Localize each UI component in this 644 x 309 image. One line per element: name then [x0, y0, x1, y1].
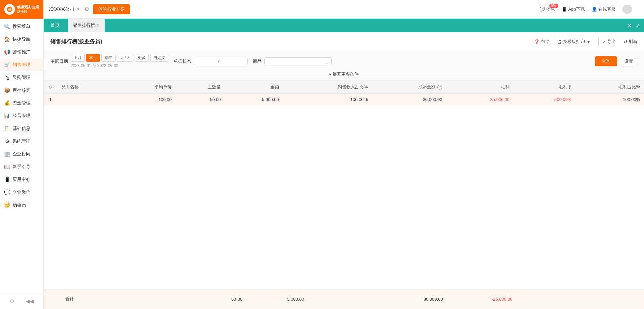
date-btn-this-month[interactable]: 本月 — [86, 54, 100, 62]
col-gross-pct: 毛利占比% — [576, 81, 644, 94]
page-header: 销售排行榜(按业务员) ❓ 帮助 🖨 按模板打印 ▼ ↗ 导出 — [44, 32, 644, 50]
company-selector[interactable]: XXXXX公司 ▼ — [49, 6, 80, 12]
footer-row: 合计 50.00 5,000.00 30,000.00 -25,000.00 — [48, 293, 640, 306]
main-area: XXXXX公司 ▼ ⚙ 体验行业方案 💬 消息 99+ 📱 App下载 👤 在线… — [44, 0, 644, 309]
date-btn-last-month[interactable]: 上月 — [71, 54, 85, 62]
topbar-right: 💬 消息 99+ 📱 App下载 👤 在线客服 — [540, 5, 639, 14]
cell-index: 1 — [44, 94, 57, 106]
sidebar-item-quick-nav[interactable]: 🏠 快捷导航 — [0, 33, 43, 46]
app-name: 畅康通好生意 标准版 — [17, 5, 39, 14]
service-icon: 👤 — [592, 7, 597, 12]
app-download-btn[interactable]: 📱 App下载 — [562, 6, 585, 12]
help-icon: ❓ — [534, 39, 540, 44]
online-service-btn[interactable]: 👤 在线客服 — [592, 6, 616, 12]
filter-row: 单据日期 上月 本月 本年 近7天 更多 自定义 2023-06-01 至 20… — [50, 54, 637, 69]
col-gross: 毛利 — [446, 81, 513, 94]
cell-amount: 5,000.00 — [225, 94, 283, 106]
guide-icon: 📖 — [4, 164, 10, 170]
settings-icon[interactable]: ⚙ — [84, 6, 89, 12]
date-btn-this-year[interactable]: 本年 — [101, 54, 116, 62]
print-button[interactable]: 🖨 按模板打印 ▼ — [554, 37, 594, 46]
page-actions: ❓ 帮助 🖨 按模板打印 ▼ ↗ 导出 ↺ 刷新 — [534, 37, 637, 46]
sidebar-item-basic[interactable]: 📋 基础信息 — [0, 122, 43, 135]
expand-row: ▾ 展开更多条件 — [50, 71, 637, 78]
sidebar-item-enterprise[interactable]: 🏢 企业协同 — [0, 148, 43, 160]
cell-employee-name — [57, 94, 117, 106]
date-btn-more[interactable]: 更多 — [135, 54, 149, 62]
finance-icon: 💰 — [4, 100, 10, 106]
status-dropdown-arrow: ▼ — [217, 59, 221, 63]
expand-more-button[interactable]: ▾ 展开更多条件 — [329, 71, 359, 78]
sidebar: 好 畅康通好生意 标准版 🔍 搜索菜单 🏠 快捷导航 📢 营销推广 🛒 销售管理… — [0, 0, 44, 309]
filter-area: 单据日期 上月 本月 本年 近7天 更多 自定义 2023-06-01 至 20… — [44, 50, 644, 81]
cell-avg-price: 100.00 — [117, 94, 176, 106]
collapse-icon[interactable]: ◀◀ — [26, 298, 34, 304]
cell-main-qty: 50.00 — [176, 94, 225, 106]
tab-close-icon[interactable]: × — [97, 23, 99, 28]
cell-sales-pct: 100.00% — [283, 94, 372, 106]
goods-input[interactable]: ... — [264, 57, 332, 65]
tabbar: 首页 销售排行榜 × ✕ ⤢ — [44, 19, 644, 32]
help-button[interactable]: ❓ 帮助 — [534, 39, 550, 45]
sidebar-item-member[interactable]: 👑 畅会员 — [0, 199, 43, 211]
system-icon: ⚙ — [4, 138, 10, 144]
col-cost: 成本金额 ? — [372, 81, 446, 94]
col-gross-rate: 毛利率 — [514, 81, 576, 94]
date-btn-7days[interactable]: 近7天 — [117, 54, 133, 62]
sidebar-nav: 🔍 搜索菜单 🏠 快捷导航 📢 营销推广 🛒 销售管理 🛍 采购管理 📦 库存核… — [0, 19, 43, 293]
avatar[interactable] — [622, 5, 632, 14]
message-btn[interactable]: 💬 消息 99+ — [540, 6, 555, 12]
sidebar-item-operations[interactable]: 📊 经营管理 — [0, 109, 43, 122]
table-header-row: ⚙ 员工名称 平均单价 主数量 金额 销售收入占比% 成本金额 ? 毛利 — [44, 81, 644, 94]
sidebar-footer: ⚙ ◀◀ — [0, 293, 43, 309]
export-button[interactable]: ↗ 导出 — [598, 37, 619, 46]
cell-gross: -25,000.00 — [446, 94, 513, 106]
footer-cost: 30,000.00 — [378, 293, 447, 306]
export-icon: ↗ — [602, 39, 606, 44]
sidebar-item-purchase[interactable]: 🛍 采购管理 — [0, 71, 43, 84]
sidebar-item-inventory[interactable]: 📦 库存核算 — [0, 84, 43, 97]
sidebar-item-system[interactable]: ⚙ 系统管理 — [0, 135, 43, 148]
cell-gross-rate: -500.00% — [514, 94, 576, 106]
query-button[interactable]: 查询 — [595, 56, 617, 66]
date-btn-custom[interactable]: 自定义 — [150, 54, 168, 62]
sidebar-item-guide[interactable]: 📖 新手引导 — [0, 160, 43, 173]
table-settings-button[interactable]: 设置 — [620, 57, 637, 66]
tab-expand-icon[interactable]: ⤢ — [636, 22, 640, 29]
operations-icon: 📊 — [4, 113, 10, 119]
sidebar-item-finance[interactable]: 💰 资金管理 — [0, 97, 43, 109]
footer-gross: -25,000.00 — [447, 293, 517, 306]
footer-amount: 5,000.00 — [246, 293, 308, 306]
refresh-icon: ↺ — [624, 39, 627, 44]
settings-col-icon[interactable]: ⚙ — [48, 85, 52, 90]
trial-button[interactable]: 体验行业方案 — [93, 4, 130, 14]
goods-more-icon[interactable]: ... — [325, 59, 329, 64]
tab-home[interactable]: 首页 — [44, 19, 67, 32]
message-badge: 99+ — [549, 4, 558, 8]
tab-sales-ranking[interactable]: 销售排行榜 × — [68, 19, 105, 32]
status-select[interactable]: ▼ — [194, 58, 248, 65]
wechat-icon: 💬 — [4, 189, 10, 195]
company-name: XXXXX公司 — [49, 6, 74, 12]
sidebar-item-wechat[interactable]: 💬 企业微信 — [0, 186, 43, 199]
refresh-button[interactable]: ↺ 刷新 — [624, 39, 637, 45]
date-range-buttons: 上月 本月 本年 近7天 更多 自定义 — [71, 54, 168, 62]
settings-footer-icon[interactable]: ⚙ — [10, 298, 14, 304]
svg-text:好: 好 — [8, 8, 12, 11]
cell-cost: 30,000.00 — [372, 94, 446, 106]
ranking-table: ⚙ 员工名称 平均单价 主数量 金额 销售收入占比% 成本金额 ? 毛利 — [44, 81, 644, 106]
col-amount: 金额 — [225, 81, 283, 94]
enterprise-icon: 🏢 — [4, 151, 10, 157]
topbar: XXXXX公司 ▼ ⚙ 体验行业方案 💬 消息 99+ 📱 App下载 👤 在线… — [44, 0, 644, 19]
tab-minimize-icon[interactable]: ✕ — [627, 22, 632, 29]
cost-info-icon[interactable]: ? — [437, 85, 442, 90]
sidebar-item-app-center[interactable]: 📱 应用中心 — [0, 173, 43, 186]
footer-label: 合计 — [61, 293, 123, 306]
sidebar-item-marketing[interactable]: 📢 营销推广 — [0, 46, 43, 58]
sidebar-item-sales[interactable]: 🛒 销售管理 — [0, 58, 43, 71]
table-footer: 合计 50.00 5,000.00 30,000.00 -25,000.00 — [44, 289, 644, 309]
sidebar-item-search[interactable]: 🔍 搜索菜单 — [0, 20, 43, 33]
search-icon: 🔍 — [4, 23, 10, 30]
footer-sales-pct — [308, 293, 378, 306]
col-avg-price: 平均单价 — [117, 81, 176, 94]
